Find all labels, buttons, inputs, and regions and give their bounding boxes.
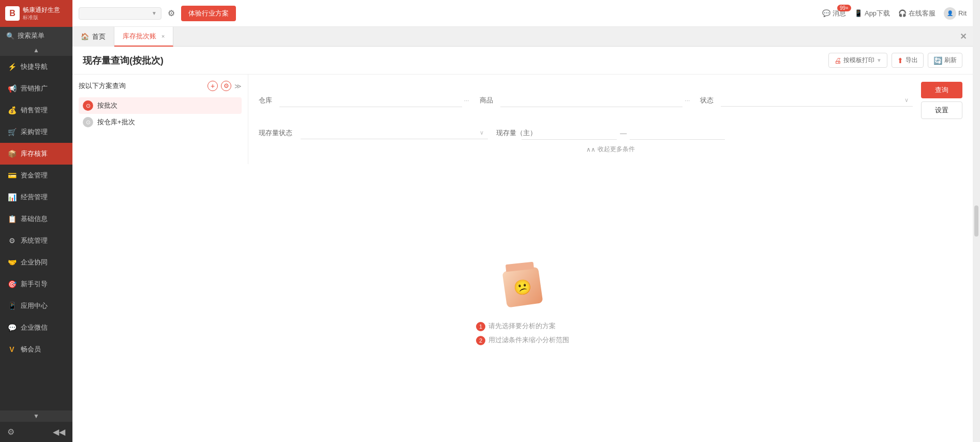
sidebar-item-quick-nav[interactable]: ⚡ 快捷导航 [0, 56, 72, 78]
topbar-settings-icon[interactable]: ⚙ [166, 6, 177, 20]
sidebar-collapse-icon[interactable]: ◀◀ [53, 427, 65, 437]
topbar-input-wrap[interactable]: ▼ [79, 7, 161, 20]
collapse-scheme-icon[interactable]: ≫ [234, 82, 242, 90]
stock-qty-input-from[interactable] [522, 126, 617, 140]
avatar: 👤 [944, 7, 956, 20]
sidebar-item-label: 库存核算 [21, 149, 48, 158]
enterprise-icon: 🤝 [7, 258, 17, 267]
tab-inventory-batch[interactable]: 库存批次账 × [114, 27, 173, 47]
sidebar-item-purchase[interactable]: 🛒 采购管理 [0, 121, 72, 143]
sidebar-item-label: 企业协同 [21, 258, 48, 267]
status-select[interactable]: ∨ [721, 94, 913, 107]
trial-button[interactable]: 体验行业方案 [181, 6, 236, 21]
sidebar-scroll-down[interactable]: ▼ [0, 410, 72, 422]
operation-icon: 📊 [7, 193, 17, 202]
search-menu-item[interactable]: 🔍 搜索菜单 [0, 27, 72, 45]
tab-close-icon[interactable]: × [161, 33, 165, 39]
finance-icon: 💳 [7, 171, 17, 180]
filter-scheme-header: 按以下方案查询 + ⚙ ≫ [79, 81, 242, 91]
empty-tips: 1 请先选择要分析的方案 2 用过滤条件来缩小分析范围 [476, 321, 569, 345]
sidebar-item-member[interactable]: V 畅会员 [0, 338, 72, 360]
app-download-button[interactable]: 📱 App下载 [854, 9, 890, 18]
add-scheme-button[interactable]: + [207, 81, 218, 91]
sidebar-item-wechat[interactable]: 💬 企业微信 [0, 317, 72, 338]
sidebar-item-basic[interactable]: 📋 基础信息 [0, 208, 72, 230]
sidebar-item-apps[interactable]: 📱 应用中心 [0, 295, 72, 317]
sidebar-item-enterprise[interactable]: 🤝 企业协同 [0, 252, 72, 273]
status-select-arrow: ∨ [904, 97, 909, 104]
topbar-search-input[interactable] [83, 10, 149, 17]
export-icon: ⬆ [897, 56, 903, 65]
query-button[interactable]: 查询 [921, 82, 962, 98]
tip-num-1: 1 [476, 322, 485, 331]
warehouse-field: 仓库 ··· [259, 94, 471, 107]
app-subtitle: 标准版 [23, 14, 60, 21]
collapse-more-button[interactable]: ∧∧ 收起更多条件 [259, 142, 962, 157]
sidebar-item-label: 营销推广 [21, 84, 48, 93]
sidebar-item-finance[interactable]: 💳 资金管理 [0, 165, 72, 186]
inventory-icon: 📦 [7, 149, 17, 158]
empty-state: 😕 1 请先选择要分析的方案 2 用过滤条件来缩小分析范围 [72, 164, 973, 442]
filter-buttons: 查询 设置 [921, 82, 962, 119]
print-button[interactable]: 🖨 按模板打印 ▼ [828, 53, 887, 68]
product-more-icon[interactable]: ··· [682, 97, 692, 104]
product-field: 商品 ··· [480, 94, 692, 107]
settings-icon[interactable]: ⚙ [7, 427, 14, 437]
sidebar-item-label: 系统管理 [21, 236, 48, 245]
home-icon: 🏠 [81, 33, 89, 40]
sidebar-item-label: 经营管理 [21, 193, 48, 202]
sidebar-scroll-up[interactable]: ▲ [0, 45, 72, 56]
filter-settings-button[interactable]: 设置 [921, 101, 962, 119]
scheme-option-batch[interactable]: ⊙ 按批次 [79, 97, 242, 114]
status-field: 状态 ∨ [700, 94, 913, 107]
collapse-up-icon: ∧∧ [586, 146, 596, 153]
empty-illustration: 😕 [497, 261, 548, 313]
message-button[interactable]: 💬 消息 99+ [822, 9, 846, 18]
stock-status-select[interactable]: ∨ [301, 127, 488, 139]
sidebar-item-system[interactable]: ⚙ 系统管理 [0, 230, 72, 252]
sidebar-item-marketing[interactable]: 📢 营销推广 [0, 78, 72, 99]
main-area: ▼ ⚙ 体验行业方案 💬 消息 99+ 📱 App下载 🎧 在线客服 👤 [72, 0, 973, 442]
sidebar-item-label: 资金管理 [21, 171, 48, 180]
sidebar-item-newbie[interactable]: 🎯 新手引导 [0, 273, 72, 295]
filter-scheme-title: 按以下方案查询 [79, 81, 126, 91]
export-button[interactable]: ⬆ 导出 [892, 53, 924, 68]
search-menu-label: 搜索菜单 [18, 31, 44, 40]
sidebar: B 畅康通好生意 标准版 🔍 搜索菜单 ▲ ⚡ 快捷导航 📢 营销推广 💰 销售… [0, 0, 72, 442]
scheme-option-label: 按批次 [97, 101, 117, 110]
tab-home[interactable]: 🏠 首页 [72, 27, 114, 47]
sidebar-item-sales[interactable]: 💰 销售管理 [0, 99, 72, 121]
print-dropdown-icon[interactable]: ▼ [877, 57, 882, 63]
filter-row-2: 现存量状态 ∨ 现存量（主） — [259, 126, 962, 140]
basic-icon: 📋 [7, 214, 17, 224]
empty-tip-2: 2 用过滤条件来缩小分析范围 [476, 335, 569, 345]
user-menu-button[interactable]: 👤 Rit [944, 7, 967, 20]
topbar-chevron-icon[interactable]: ▼ [152, 10, 157, 16]
topbar-right: 💬 消息 99+ 📱 App下载 🎧 在线客服 👤 Rit [822, 7, 967, 20]
refresh-button[interactable]: 🔄 刷新 [928, 53, 962, 68]
app-logo: B [5, 6, 20, 21]
settings-scheme-button[interactable]: ⚙ [221, 81, 231, 91]
tabbar-close-button[interactable]: ✕ [954, 32, 973, 41]
wechat-icon: 💬 [7, 323, 17, 332]
sidebar-item-label: 新手引导 [21, 279, 48, 289]
stock-qty-input-to[interactable] [630, 126, 725, 140]
phone-icon: 📱 [854, 9, 863, 17]
sidebar-item-label: 畅会员 [21, 345, 41, 354]
warehouse-more-icon[interactable]: ··· [462, 97, 471, 104]
apps-icon: 📱 [7, 301, 17, 311]
scroll-handle [974, 205, 978, 237]
online-service-button[interactable]: 🎧 在线客服 [898, 9, 936, 18]
scheme-option-warehouse-batch[interactable]: ⊙ 按仓库+批次 [79, 114, 242, 130]
stock-status-arrow: ∨ [480, 129, 484, 136]
scheme-active-icon: ⊙ [83, 100, 93, 111]
content-area: 现存量查询(按批次) 🖨 按模板打印 ▼ ⬆ 导出 🔄 刷新 [72, 47, 973, 442]
sales-icon: 💰 [7, 106, 17, 115]
sidebar-item-label: 企业微信 [21, 323, 48, 332]
sidebar-item-operation[interactable]: 📊 经营管理 [0, 186, 72, 208]
warehouse-input[interactable] [279, 94, 462, 107]
headset-icon: 🎧 [898, 9, 907, 17]
sidebar-item-inventory[interactable]: 📦 库存核算 [0, 143, 72, 165]
page-title: 现存量查询(按批次) [83, 54, 164, 67]
product-input[interactable] [500, 94, 683, 107]
